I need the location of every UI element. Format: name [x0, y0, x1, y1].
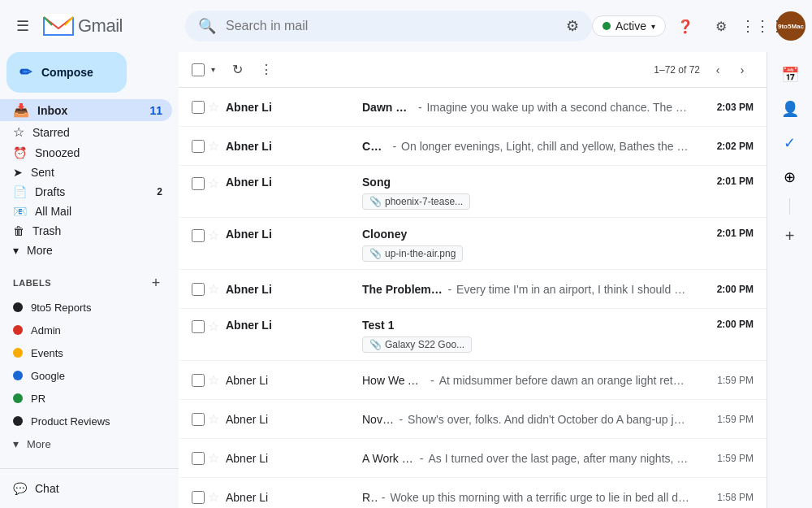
label-dot-9to5reports: [13, 302, 23, 312]
star-icon[interactable]: ☆: [208, 319, 219, 334]
row-checkbox[interactable]: [192, 374, 205, 387]
help-button[interactable]: ❓: [669, 10, 702, 42]
avatar[interactable]: 9to5Mac: [776, 11, 806, 41]
search-bar[interactable]: 🔍 ⚙: [185, 11, 592, 41]
label-admin[interactable]: Admin: [0, 319, 172, 341]
trash-label: Trash: [32, 224, 162, 237]
label-dot-product-reviews: [13, 416, 23, 426]
row-checkbox[interactable]: [192, 140, 205, 153]
starred-label: Starred: [32, 126, 162, 139]
label-dot-google: [13, 371, 23, 380]
refresh-button[interactable]: ↻: [224, 57, 250, 83]
row-checkbox[interactable]: [192, 320, 205, 333]
table-row[interactable]: ☆ Abner Li Clooney 📎 up-in-the-air.png 2…: [179, 218, 767, 270]
label-events[interactable]: Events: [0, 341, 172, 364]
star-icon[interactable]: ☆: [208, 228, 219, 243]
contacts-icon-btn[interactable]: 👤: [774, 93, 806, 125]
select-dropdown[interactable]: ▾: [205, 57, 221, 83]
more-main-label: More: [27, 244, 162, 257]
table-row[interactable]: ☆ Abner Li Rain-Woke up this morning wit…: [179, 478, 767, 508]
all-mail-icon: 📧: [13, 205, 27, 218]
add-label-button[interactable]: +: [146, 273, 166, 293]
calendar-icon-btn[interactable]: 📅: [774, 59, 806, 91]
row-checkbox[interactable]: [192, 491, 205, 504]
add-panel-button[interactable]: +: [774, 219, 806, 252]
more-labels-icon: ▾: [13, 437, 19, 450]
label-pr-text: PR: [31, 393, 45, 405]
unknown-icon-btn[interactable]: ⊕: [774, 161, 806, 193]
starred-icon: ☆: [13, 124, 24, 140]
nav-spaces[interactable]: 🔷 Spaces: [0, 501, 179, 508]
star-icon[interactable]: ☆: [208, 281, 219, 297]
nav-more-labels[interactable]: ▾ More: [0, 432, 172, 455]
email-toolbar: ▾ ↻ ⋮ 1–72 of 72 ‹ ›: [179, 52, 767, 88]
chat-icon: 💬: [13, 482, 27, 495]
label-9to5reports[interactable]: 9to5 Reports: [0, 296, 172, 319]
select-all-checkbox[interactable]: [192, 63, 205, 76]
filter-icon[interactable]: ⚙: [566, 17, 579, 35]
drafts-label: Drafts: [35, 185, 149, 198]
row-checkbox[interactable]: [192, 229, 205, 242]
row-checkbox[interactable]: [192, 413, 205, 426]
label-pr[interactable]: PR: [0, 387, 172, 410]
table-row[interactable]: ☆ Abner Li November-Show's over, folks. …: [179, 400, 767, 439]
inbox-badge: 11: [149, 104, 162, 117]
label-dot-admin: [13, 325, 23, 335]
sent-label: Sent: [31, 166, 162, 179]
star-icon[interactable]: ☆: [208, 138, 219, 154]
gmail-logo: Gmail: [42, 14, 123, 38]
label-product-reviews[interactable]: Product Reviews: [0, 410, 172, 432]
table-row[interactable]: ☆ Abner Li A Work of Fiction-As I turned…: [179, 439, 767, 478]
inbox-label: Inbox: [37, 104, 141, 117]
label-google-text: Google: [31, 370, 65, 382]
label-google[interactable]: Google: [0, 364, 172, 387]
compose-button[interactable]: ✏ Compose: [6, 52, 127, 93]
table-row[interactable]: ☆ Abner Li Dawn Revisited-Imagine you wa…: [179, 88, 767, 127]
more-labels-text: More: [27, 438, 51, 450]
nav-all-mail[interactable]: 📧 All Mail: [0, 202, 172, 221]
tasks-icon-btn[interactable]: ✓: [774, 127, 806, 159]
table-row[interactable]: ☆ Abner Li The Problem With Travel-Every…: [179, 270, 767, 309]
star-icon[interactable]: ☆: [208, 372, 219, 388]
row-checkbox[interactable]: [192, 177, 205, 190]
star-icon[interactable]: ☆: [208, 99, 219, 115]
star-icon[interactable]: ☆: [208, 411, 219, 427]
star-icon[interactable]: ☆: [208, 450, 219, 466]
table-row[interactable]: ☆ Abner Li Test 1 📎 Galaxy S22 Goo... 2:…: [179, 309, 767, 361]
row-checkbox[interactable]: [192, 283, 205, 296]
star-icon[interactable]: ☆: [208, 489, 219, 505]
nav-starred[interactable]: ☆ Starred: [0, 121, 172, 143]
row-checkbox[interactable]: [192, 101, 205, 114]
table-row[interactable]: ☆ Abner Li How We Are Spared-At midsumme…: [179, 361, 767, 400]
nav-more-main[interactable]: ▾ More: [0, 241, 172, 260]
row-checkbox[interactable]: [192, 452, 205, 465]
nav-chat[interactable]: 💬 Chat: [0, 475, 179, 501]
table-row[interactable]: ☆ Abner Li Song 📎 phoenix-7-tease... 2:0…: [179, 166, 767, 218]
label-dot-events: [13, 348, 23, 358]
nav-drafts[interactable]: 📄 Drafts 2: [0, 182, 172, 202]
prev-page-button[interactable]: ‹: [706, 59, 729, 81]
search-input[interactable]: [226, 19, 556, 33]
apps-button[interactable]: ⋮⋮⋮: [741, 10, 773, 42]
star-icon[interactable]: ☆: [208, 176, 219, 191]
settings-button[interactable]: ⚙: [705, 10, 737, 42]
active-status[interactable]: Active ▾: [592, 15, 666, 37]
table-row[interactable]: ☆ Abner Li Coming-On longer evenings, Li…: [179, 127, 767, 166]
labels-header: LABELS +: [0, 267, 179, 296]
nav-snoozed[interactable]: ⏰ Snoozed: [0, 143, 172, 163]
next-page-button[interactable]: ›: [731, 59, 754, 81]
chat-label: Chat: [35, 482, 59, 495]
hamburger-menu[interactable]: ☰: [6, 10, 39, 42]
label-dot-pr: [13, 393, 23, 403]
more-toolbar-button[interactable]: ⋮: [253, 57, 279, 83]
active-label: Active: [615, 20, 646, 33]
inbox-icon: 📥: [13, 102, 29, 118]
snoozed-icon: ⏰: [13, 146, 27, 159]
nav-inbox[interactable]: 📥 Inbox 11: [0, 99, 172, 121]
right-panel: 📅 👤 ✓ ⊕ +: [767, 52, 812, 508]
label-product-reviews-text: Product Reviews: [31, 415, 110, 428]
chevron-down-icon: ▾: [651, 22, 655, 31]
app-name: Gmail: [78, 15, 123, 37]
nav-sent[interactable]: ➤ Sent: [0, 163, 172, 182]
nav-trash[interactable]: 🗑 Trash: [0, 221, 172, 241]
